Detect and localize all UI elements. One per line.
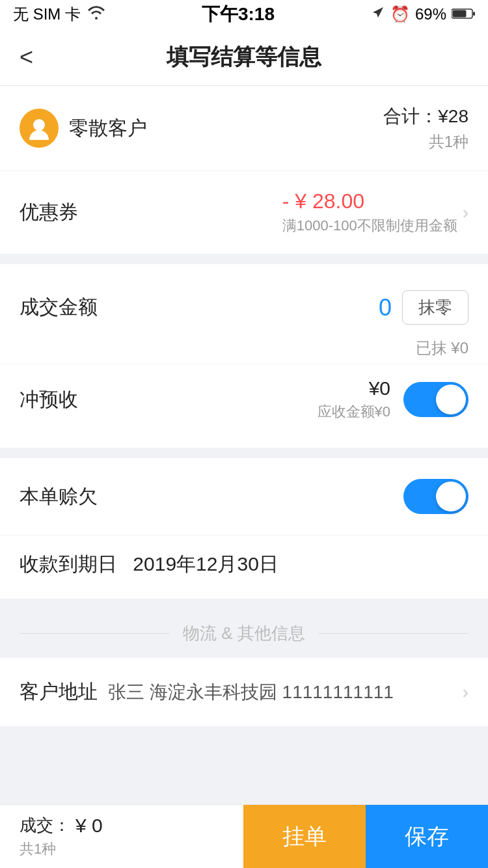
bottom-deal-label: 成交： [20, 814, 70, 837]
hold-button-label: 挂单 [282, 822, 327, 852]
bottom-spacer [0, 726, 488, 790]
svg-rect-1 [452, 10, 466, 18]
customer-summary: 合计：¥28 共1种 [383, 104, 468, 152]
transaction-amount-row: 成交金额 0 抹零 [0, 277, 488, 338]
transaction-amount-value: 0 [379, 294, 392, 321]
coupon-label: 优惠券 [20, 199, 78, 226]
address-value: 张三 海淀永丰科技园 11111111111 [108, 680, 452, 705]
customer-left: 零散客户 [20, 109, 147, 148]
alarm-icon: ⏰ [390, 5, 410, 23]
due-date-label: 收款到期日 [20, 553, 117, 575]
wifi-icon [87, 5, 105, 23]
save-button[interactable]: 保存 [366, 805, 488, 869]
coupon-right: - ¥ 28.00 满1000-100不限制使用金额 › [282, 189, 468, 236]
total-count: 共1种 [383, 131, 468, 152]
address-label: 客户地址 [20, 679, 98, 705]
bottom-count: 共1种 [20, 839, 224, 859]
battery-icon [452, 5, 475, 23]
coupon-row[interactable]: 优惠券 - ¥ 28.00 满1000-100不限制使用金额 › [0, 170, 488, 254]
customer-row: 零散客户 合计：¥28 共1种 [0, 86, 488, 170]
coupon-amount: - ¥ 28.00 [282, 189, 457, 213]
battery-percent: 69% [415, 5, 446, 23]
round-off-button[interactable]: 抹零 [402, 290, 468, 325]
debt-toggle[interactable] [403, 479, 468, 514]
svg-point-3 [33, 119, 45, 131]
customer-section: 零散客户 合计：¥28 共1种 优惠券 - ¥ 28.00 满1000-100不… [0, 86, 488, 254]
address-chevron-icon: › [463, 682, 468, 703]
bottom-info: 成交： ¥ 0 共1种 [0, 814, 243, 859]
due-date-value: 2019年12月30日 [133, 553, 278, 575]
due-date-row: 收款到期日 2019年12月30日 [0, 535, 488, 599]
total-amount: 合计：¥28 [383, 104, 468, 129]
bottom-deal: 成交： ¥ 0 [20, 814, 224, 837]
prepayment-row: 冲预收 ¥0 应收金额¥0 [0, 364, 488, 435]
back-button[interactable]: < [20, 44, 33, 71]
logistics-divider: 物流 & 其他信息 [0, 609, 488, 658]
debt-row: 本单赊欠 [0, 458, 488, 535]
amount-section: 成交金额 0 抹零 已抹 ¥0 冲预收 ¥0 应收金额¥0 [0, 264, 488, 448]
save-button-label: 保存 [405, 822, 449, 852]
location-icon [371, 5, 385, 23]
round-off-sub-text: 已抹 ¥0 [0, 338, 488, 364]
prepayment-amount: ¥0 [318, 377, 390, 400]
prepayment-right: ¥0 应收金额¥0 [318, 377, 468, 422]
debt-toggle-knob [436, 481, 466, 511]
status-right: ⏰ 69% [371, 5, 475, 23]
status-bar: 无 SIM 卡 下午3:18 ⏰ 69% [0, 0, 488, 29]
logistics-divider-text: 物流 & 其他信息 [183, 622, 305, 645]
transaction-amount-right: 0 抹零 [379, 290, 468, 325]
prepayment-sub-text: 应收金额¥0 [318, 402, 390, 422]
debt-section: 本单赊欠 收款到期日 2019年12月30日 [0, 458, 488, 599]
svg-rect-2 [473, 12, 475, 16]
status-left: 无 SIM 卡 [13, 4, 105, 25]
transaction-amount-label: 成交金额 [20, 294, 98, 321]
prepayment-amount-block: ¥0 应收金额¥0 [318, 377, 390, 422]
customer-avatar [20, 109, 59, 148]
chevron-right-icon: › [463, 202, 468, 223]
page-title: 填写结算等信息 [167, 42, 321, 72]
prepayment-toggle[interactable] [403, 382, 468, 417]
carrier-text: 无 SIM 卡 [13, 4, 81, 25]
debt-label: 本单赊欠 [20, 483, 98, 510]
bottom-bar: 成交： ¥ 0 共1种 挂单 保存 [0, 804, 488, 868]
address-section: 客户地址 张三 海淀永丰科技园 11111111111 › [0, 658, 488, 726]
coupon-desc: 满1000-100不限制使用金额 [282, 216, 457, 236]
hold-button[interactable]: 挂单 [243, 805, 366, 869]
bottom-deal-amount: ¥ 0 [75, 815, 103, 837]
nav-bar: < 填写结算等信息 [0, 29, 488, 86]
address-row[interactable]: 客户地址 张三 海淀永丰科技园 11111111111 › [0, 658, 488, 726]
prepayment-label: 冲预收 [20, 387, 78, 413]
customer-name: 零散客户 [69, 115, 147, 142]
time-text: 下午3:18 [202, 2, 275, 27]
prepayment-toggle-knob [436, 385, 466, 414]
